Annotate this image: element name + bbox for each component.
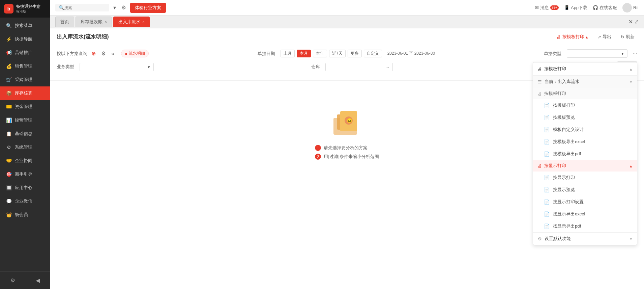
date-btn-更多[interactable]: 更多 (348, 50, 362, 57)
refresh-btn[interactable]: ↻ 刷新 (618, 32, 637, 41)
display-item-按显示打印设置[interactable]: 📄按显示打印设置 (533, 196, 637, 208)
logo-text: 畅捷通好生意 标准版 (16, 4, 40, 14)
date-btn-本月[interactable]: 本月 (297, 50, 311, 57)
display-section-header[interactable]: 🖨 按显示打印 ▴ (533, 160, 637, 172)
type-more-icon[interactable]: ··· (633, 51, 637, 57)
chevron-up-icon: ▴ (586, 34, 588, 40)
sidebar-item-coop[interactable]: 🤝企业协同 (0, 154, 50, 167)
display-item-icon: 📄 (544, 187, 550, 192)
sidebar-item-basic[interactable]: 📋基础信息 (0, 127, 50, 140)
date-btn-近7天[interactable]: 近7天 (329, 50, 346, 57)
filter-tag[interactable]: ● 流水明细 (121, 50, 149, 57)
display-item-icon: 📄 (544, 199, 550, 205)
user-avatar-btn[interactable]: Rit (622, 3, 639, 12)
add-filter-icon[interactable]: ⊕ (90, 49, 97, 58)
settings-icon[interactable]: ⚙ (8, 275, 17, 286)
sidebar-item-apps[interactable]: 🔲应用中心 (0, 181, 50, 194)
tab-home[interactable]: 首页 (55, 17, 74, 27)
date-btn-自定义[interactable]: 自定义 (364, 50, 382, 57)
dropdown-title: 按模板打印 (544, 66, 566, 72)
date-btn-上月[interactable]: 上月 (281, 50, 295, 57)
template-item-按模板预览[interactable]: 📄按模板预览 (533, 111, 637, 124)
template-item-icon: 📄 (544, 115, 550, 120)
sidebar-item-system[interactable]: ⚙系统管理 (0, 140, 50, 154)
sidebar-item-purchase[interactable]: 🛒采购管理 (0, 73, 50, 86)
quick-nav-icon: ⚡ (5, 36, 12, 43)
display-section-icon: 🖨 (538, 163, 542, 168)
search-wrap[interactable]: 🔍 (55, 4, 109, 11)
guide-icon: 🎯 (5, 171, 12, 178)
page-area: 出入库流水(流水明细) 🖨 按模板打印 ▴ ↗ 导出 ↻ 刷新 (50, 28, 644, 289)
warehouse-more-icon[interactable]: ··· (385, 64, 389, 70)
display-item-按显示打印[interactable]: 📄按显示打印 (533, 172, 637, 184)
display-section-up-icon[interactable]: ▴ (630, 163, 632, 168)
app-download-btn[interactable]: 📱 App下载 (564, 5, 587, 11)
dropdown-up-icon[interactable]: ▴ (630, 67, 632, 72)
template-item-按模板导出pdf[interactable]: 📄按模板导出pdf (533, 148, 637, 160)
messages-btn[interactable]: ✉ 消息 99+ (535, 5, 559, 11)
display-item-按显示导出excel[interactable]: 📄按显示导出excel (533, 208, 637, 220)
template-item-模板自定义设计[interactable]: 📄模板自定义设计 (533, 124, 637, 136)
page-title: 出入库流水(流水明细) (57, 33, 109, 41)
date-btn-本年[interactable]: 本年 (313, 50, 327, 57)
template-section-header[interactable]: 🖨 按模板打印 (533, 88, 637, 99)
type-select-dropdown-icon: ▾ (621, 51, 624, 56)
online-service-btn[interactable]: 🎧 在线客服 (593, 5, 617, 11)
svg-text:😐: 😐 (347, 118, 353, 124)
tab-close-flow[interactable]: × (142, 20, 145, 24)
dropdown-current-item[interactable]: ☰ 当前：出入库流水 ▾ (533, 76, 637, 88)
current-chevron-icon: ▾ (630, 79, 632, 84)
biz-type-select[interactable]: ▾ (80, 63, 154, 71)
print-header-icon: 🖨 (538, 67, 542, 72)
sidebar-item-operations[interactable]: 📊经营管理 (0, 113, 50, 127)
search-icon: 🔍 (5, 22, 12, 29)
export-btn[interactable]: ↗ 导出 (595, 32, 614, 41)
topbar-left: 🔍 ▾ ⚙ 体验行业方案 (55, 3, 535, 13)
empty-illustration: 😐 (330, 108, 364, 138)
type-select[interactable]: ▾ (567, 49, 627, 58)
display-item-按显示预览[interactable]: 📄按显示预览 (533, 184, 637, 196)
tab-label-flow: 出入库流水 (118, 19, 140, 25)
industry-btn[interactable]: 体验行业方案 (130, 3, 166, 13)
collapse-left-icon[interactable]: « (110, 49, 116, 58)
display-item-icon: 📄 (544, 224, 550, 229)
sidebar-nav: 🔍搜索菜单⚡快捷导航📢营销推广💰销售管理🛒采购管理📦库存核算💳资金管理📊经营管理… (0, 18, 50, 271)
sidebar-item-search[interactable]: 🔍搜索菜单 (0, 19, 50, 32)
close-tab-icon[interactable]: ✕ (628, 19, 633, 25)
sidebar-item-sales[interactable]: 💰销售管理 (0, 59, 50, 73)
sidebar-item-quick-nav[interactable]: ⚡快捷导航 (0, 32, 50, 46)
display-item-icon: 📄 (544, 175, 550, 180)
collapse-nav-icon[interactable]: ◀ (34, 275, 42, 286)
sidebar-item-guide[interactable]: 🎯新手引导 (0, 167, 50, 181)
sidebar-item-marketing[interactable]: 📢营销推广 (0, 46, 50, 59)
sidebar-item-wechat[interactable]: 💬企业微信 (0, 194, 50, 208)
template-section-label: 按模板打印 (544, 90, 566, 97)
tab-bar: 首页库存批次账×出入库流水×✕⤢ (50, 16, 644, 28)
dropdown-arrow-icon[interactable]: ▾ (112, 3, 117, 12)
sidebar-item-inventory[interactable]: 📦库存核算 (0, 86, 50, 100)
tab-flow[interactable]: 出入库流水× (113, 17, 150, 27)
template-item-icon: 📄 (544, 139, 550, 144)
template-print-items: 📄按模板打印📄按模板预览📄模板自定义设计📄按模板导出excel📄按模板导出pdf (533, 99, 637, 160)
template-item-按模板导出excel[interactable]: 📄按模板导出excel (533, 136, 637, 148)
settings-gear-icon[interactable]: ⚙ (120, 3, 127, 12)
sidebar-item-member[interactable]: 👑畅会员 (0, 208, 50, 221)
print-template-btn[interactable]: 🖨 按模板打印 ▴ (554, 32, 591, 41)
dropdown-footer[interactable]: ⚙ 设置默认功能 ▾ (533, 232, 637, 245)
sidebar-item-finance[interactable]: 💳资金管理 (0, 100, 50, 113)
expand-tab-icon[interactable]: ⤢ (634, 19, 639, 25)
biz-type-label: 业务类型 (57, 64, 74, 70)
purchase-icon: 🛒 (5, 76, 12, 83)
template-item-icon: 📄 (544, 151, 550, 157)
tab-label-batch-account: 库存批次账 (81, 19, 103, 25)
date-filter: 上月本月本年近7天更多自定义 (281, 50, 382, 57)
search-input[interactable] (64, 5, 101, 10)
display-item-按显示导出pdf[interactable]: 📄按显示导出pdf (533, 220, 637, 232)
settings-filter-icon[interactable]: ⚙ (100, 49, 107, 58)
tab-close-batch-account[interactable]: × (105, 20, 107, 24)
template-item-按模板打印[interactable]: 📄按模板打印 (533, 99, 637, 111)
display-item-icon: 📄 (544, 211, 550, 217)
warehouse-select[interactable]: ··· (325, 63, 393, 71)
tab-batch-account[interactable]: 库存批次账× (76, 17, 112, 27)
apps-icon: 🔲 (5, 184, 12, 191)
